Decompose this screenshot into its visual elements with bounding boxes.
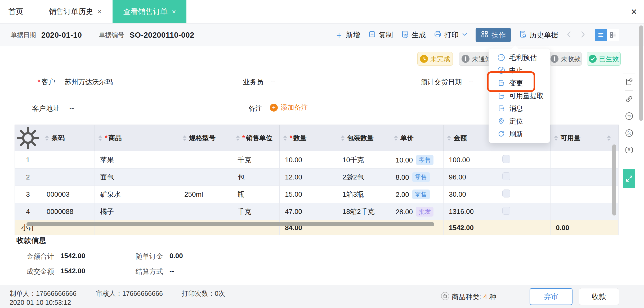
next-arrow-icon[interactable] — [580, 30, 586, 39]
sort-arrows-icon[interactable] — [45, 135, 49, 141]
menu-item-6[interactable]: 定位 — [489, 115, 550, 127]
doc-info: 单据日期 2020-01-10 单据编号 SO-20200110-002 — [11, 24, 194, 46]
reject-audit-button[interactable]: 弃审 — [530, 288, 573, 305]
sort-arrows-icon[interactable] — [341, 135, 345, 141]
tab-close-icon[interactable]: × — [97, 8, 101, 16]
plus-icon: ＋ — [335, 31, 343, 39]
doc-log-icon[interactable] — [623, 73, 635, 90]
cell-select — [497, 186, 551, 203]
exclaim-icon — [551, 55, 558, 63]
doc-arrow-icon — [498, 92, 505, 99]
card-view-toggle[interactable] — [607, 29, 619, 41]
cell-price: 8.00零售 — [390, 169, 444, 186]
sales-order-view: 首页 销售订单历史 × 查看销售订单 × × 单据日期 2020-01-10 单… — [0, 0, 644, 308]
gear-icon[interactable] — [15, 125, 41, 151]
tab-close-icon[interactable]: × — [172, 8, 176, 16]
sort-arrows-icon[interactable] — [607, 135, 611, 141]
total-amount-label: 金额合计 — [26, 252, 54, 261]
subtotal-select — [497, 220, 551, 235]
doc-date-value: 2020-01-10 — [41, 31, 82, 39]
cell-available — [551, 151, 603, 169]
chevron-down-icon[interactable] — [461, 31, 468, 39]
copy-icon — [368, 30, 376, 40]
add-remark-label: 添加备注 — [280, 103, 308, 112]
row-index: 3 — [15, 186, 41, 203]
toolbar-actions: ＋ 新增 复制 生成 打印 操作 历史单据 — [335, 24, 619, 46]
col-header-barcode[interactable]: 条码 — [41, 125, 95, 151]
row-checkbox[interactable] — [502, 172, 510, 180]
customer-label: *客户 — [38, 77, 55, 87]
print-count-info: 打印次数：0次 — [182, 289, 225, 298]
table-scrollbar[interactable] — [612, 144, 616, 215]
horizontal-scrollbar[interactable] — [26, 222, 434, 226]
tab-home[interactable]: 首页 — [2, 0, 30, 23]
operate-button[interactable]: 操作 — [476, 28, 511, 42]
list-view-toggle[interactable] — [595, 29, 607, 41]
menu-item-5[interactable]: 消息 — [489, 102, 550, 115]
doc-date-label: 单据日期 — [11, 31, 36, 39]
link-icon[interactable] — [623, 91, 635, 108]
sort-arrows-icon[interactable] — [236, 135, 240, 141]
tab-label: 查看销售订单 — [123, 7, 168, 17]
window-close-icon[interactable]: × — [628, 5, 640, 18]
cell-product: 面包 — [95, 169, 179, 186]
cell-unit: 千克 — [232, 151, 280, 169]
col-header-rowhead — [15, 125, 41, 151]
cell-product: 苹果 — [95, 151, 179, 169]
sort-arrows-icon[interactable] — [447, 135, 451, 141]
generate-button[interactable]: 生成 — [401, 30, 426, 40]
cell-barcode — [41, 151, 95, 169]
row-checkbox[interactable] — [502, 155, 510, 163]
page-scrollbar[interactable] — [639, 25, 643, 121]
cell-product: 矿泉水 — [95, 186, 179, 203]
add-button[interactable]: ＋ 新增 — [335, 30, 360, 40]
cell-spec — [179, 169, 232, 186]
status-badge-4: 已生效 — [587, 52, 621, 66]
row-checkbox[interactable] — [502, 207, 510, 215]
col-header-product[interactable]: *商品 — [95, 125, 179, 151]
exclaim-icon — [462, 55, 469, 63]
print-button[interactable]: 打印 — [434, 30, 468, 40]
sort-arrows-icon[interactable] — [183, 135, 186, 141]
debt-icon[interactable]: 欠 — [623, 125, 635, 142]
money-coupon-icon[interactable]: ¥ — [623, 142, 635, 159]
cell-amount: 30.00 — [444, 186, 497, 203]
auditor-info: 审核人：17666666666 — [96, 289, 163, 298]
sort-arrows-icon[interactable] — [99, 135, 102, 141]
sort-arrows-icon[interactable] — [554, 135, 558, 141]
row-checkbox[interactable] — [502, 190, 510, 197]
operate-label: 操作 — [491, 30, 506, 40]
menu-item-1[interactable]: 毛毛利预估 — [489, 51, 550, 64]
row-index: 4 — [15, 203, 41, 220]
copy-button[interactable]: 复制 — [368, 30, 393, 40]
add-remark-button[interactable]: + 添加备注 — [270, 103, 308, 112]
sort-arrows-icon[interactable] — [283, 135, 287, 141]
grid-row-4: 40000088橘子千克47.0018箱2千克28.00批发1316.00 — [15, 203, 619, 220]
exchange-icon[interactable]: ⇆ — [623, 108, 635, 125]
col-header-spec[interactable]: 规格型号 — [179, 125, 232, 151]
cell-pack: 2袋2包 — [337, 169, 390, 186]
cell-amount: 100.00 — [444, 151, 497, 169]
menu-item-7[interactable]: 刷新 — [489, 127, 550, 140]
col-header-price[interactable]: 单价 — [390, 125, 444, 151]
col-header-pack[interactable]: 包装数量 — [337, 125, 390, 151]
expand-button[interactable] — [623, 169, 635, 188]
col-header-available[interactable]: 可用量 — [551, 125, 603, 151]
col-header-unit[interactable]: *销售单位 — [232, 125, 280, 151]
cell-select — [497, 151, 551, 169]
cell-select — [497, 169, 551, 186]
tab-sales-order-history[interactable]: 销售订单历史 × — [42, 0, 108, 23]
col-header-qty[interactable]: *数量 — [280, 125, 337, 151]
print-label: 打印 — [444, 30, 459, 40]
sort-arrows-icon[interactable] — [394, 135, 398, 141]
cell-available — [551, 203, 603, 220]
history-button[interactable]: 历史单据 — [519, 30, 558, 40]
cell-unit: 千克 — [232, 203, 280, 220]
printer-icon — [434, 30, 442, 40]
tab-view-sales-order[interactable]: 查看销售订单 × — [113, 0, 186, 23]
price-type-tag: 零售 — [412, 190, 430, 199]
prev-arrow-icon[interactable] — [566, 30, 572, 39]
cell-qty: 10.00 — [280, 151, 337, 169]
footer-bar: 制单人：17666666666 审核人：17666666666 打印次数：0次 … — [0, 285, 644, 308]
receive-payment-button[interactable]: 收款 — [579, 288, 619, 305]
